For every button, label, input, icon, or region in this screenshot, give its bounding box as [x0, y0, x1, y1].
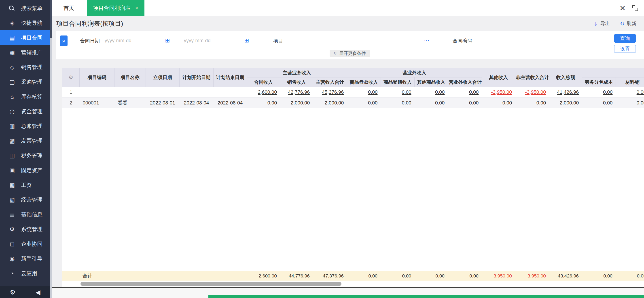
quick-nav-icon: ◈: [8, 20, 16, 26]
search-button[interactable]: 查询: [614, 34, 636, 43]
project-code-cell[interactable]: 000001: [80, 98, 114, 108]
value-cell[interactable]: 0.00: [582, 98, 616, 108]
expand-more-button[interactable]: » 展开更多条件: [330, 50, 370, 57]
value-cell[interactable]: 0.00: [582, 87, 616, 98]
value-link[interactable]: 0.00: [368, 89, 378, 95]
value-cell[interactable]: 0.00: [448, 87, 482, 98]
value-cell[interactable]: 0.00: [414, 87, 448, 98]
value-cell[interactable]: 0.00: [381, 98, 414, 108]
purchase-mgmt-icon: ▢: [8, 79, 16, 86]
value-link[interactable]: 0.00: [469, 100, 479, 106]
sidebar-item-search-menu[interactable]: 搜索菜单: [0, 1, 52, 16]
speaker-icon[interactable]: ◀: [36, 289, 40, 296]
contract-date-end-input[interactable]: [183, 36, 250, 45]
project-code-link[interactable]: 000001: [83, 100, 99, 106]
project-input[interactable]: [287, 36, 430, 45]
value-cell[interactable]: 0.00: [515, 98, 549, 108]
value-cell[interactable]: 0.00: [347, 87, 381, 98]
calendar-icon[interactable]: ⊞: [165, 37, 170, 44]
value-cell[interactable]: 0.00: [616, 87, 644, 98]
value-link[interactable]: 2,600.00: [258, 89, 277, 95]
value-cell[interactable]: 0.00: [448, 98, 482, 108]
date-cell: [146, 87, 180, 98]
value-cell[interactable]: 42,776.96: [280, 87, 313, 98]
value-cell[interactable]: 0.00: [381, 87, 414, 98]
sidebar-item-project-contract[interactable]: ▤项目合同: [0, 30, 52, 45]
sidebar-item-cloud-apps[interactable]: ◔云应用: [0, 266, 52, 281]
value-link[interactable]: 0.00: [402, 89, 412, 95]
sidebar-item-tax-mgmt[interactable]: ◫税务管理: [0, 148, 52, 163]
refresh-button[interactable]: ↻ 刷新: [620, 20, 636, 27]
value-link[interactable]: -3,950.00: [491, 89, 512, 95]
main-content: 首页 项目合同利润表 × × 项目合同利润表(按项目) ↧ 导出 ↻ 刷: [52, 0, 644, 298]
sidebar-item-invoice-mgmt[interactable]: ▨发票管理: [0, 134, 52, 148]
value-link[interactable]: 0.00: [603, 89, 613, 95]
value-link[interactable]: 0.00: [502, 100, 512, 106]
value-link[interactable]: 41,426.96: [557, 89, 579, 95]
sidebar-item-funds-mgmt[interactable]: ◷资金管理: [0, 104, 52, 119]
value-cell[interactable]: 2,000.00: [549, 98, 582, 108]
value-link[interactable]: 0.00: [268, 100, 277, 106]
value-link[interactable]: 0.00: [469, 89, 479, 95]
sidebar-item-fixed-assets[interactable]: ▣固定资产: [0, 163, 52, 178]
sidebar-item-sales-mgmt[interactable]: ◇销售管理: [0, 60, 52, 75]
value-cell[interactable]: 0.00: [247, 98, 280, 108]
horizontal-scrollbar-thumb[interactable]: [80, 282, 342, 286]
value-cell[interactable]: 0.00: [414, 98, 448, 108]
value-cell[interactable]: -3,950.00: [482, 87, 515, 98]
ellipsis-picker-icon[interactable]: ⋯: [424, 37, 430, 43]
value-link[interactable]: 0.00: [402, 100, 412, 106]
sidebar-item-purchase-mgmt[interactable]: ▢采购管理: [0, 75, 52, 89]
tab-project-contract-profit[interactable]: 项目合同利润表 ×: [87, 0, 144, 16]
value-link[interactable]: 2,000.00: [325, 100, 344, 106]
value-link[interactable]: -3,950.00: [525, 89, 546, 95]
value-link[interactable]: 2,000.00: [560, 100, 579, 106]
value-link[interactable]: 0.00: [435, 89, 445, 95]
horizontal-scrollbar[interactable]: [62, 281, 644, 287]
value-cell[interactable]: 0.00: [616, 98, 644, 108]
value-link[interactable]: 2,000.00: [291, 100, 310, 106]
value-cell[interactable]: 0.00: [482, 98, 515, 108]
value-cell[interactable]: 45,376.96: [313, 87, 347, 98]
value-link[interactable]: 0.00: [536, 100, 546, 106]
sidebar-item-business-mgmt[interactable]: ▧经营管理: [0, 192, 52, 207]
value-cell[interactable]: -3,950.00: [515, 87, 549, 98]
value-link[interactable]: 0.00: [636, 89, 644, 95]
gear-icon[interactable]: ⚙: [10, 289, 16, 296]
sidebar-item-inventory-accounting[interactable]: ⌂库存核算: [0, 89, 52, 104]
value-link[interactable]: 0.00: [368, 100, 378, 106]
sidebar-scrollbar-thumb[interactable]: [50, 0, 52, 38]
export-button[interactable]: ↧ 导出: [594, 20, 610, 27]
sidebar-scrollbar[interactable]: [50, 0, 52, 298]
column-settings-icon[interactable]: ⚙: [68, 74, 73, 80]
sidebar-item-enterprise-collab[interactable]: ◻企业协同: [0, 237, 52, 251]
window-close-icon[interactable]: ×: [620, 3, 626, 13]
tab-close-icon[interactable]: ×: [135, 5, 138, 11]
sidebar-item-base-info[interactable]: ≣基础信息: [0, 207, 52, 222]
value-link[interactable]: 0.00: [636, 100, 644, 106]
settings-button[interactable]: 设置: [614, 45, 636, 53]
sidebar-item-system-mgmt[interactable]: ⚙系统管理: [0, 222, 52, 237]
calendar-icon[interactable]: ⊞: [244, 37, 249, 44]
sidebar-item-payroll[interactable]: ▩工资: [0, 178, 52, 192]
sidebar-item-quick-nav[interactable]: ◈快捷导航: [0, 16, 52, 30]
contract-code-start-input[interactable]: [476, 36, 537, 45]
value-link[interactable]: 45,376.96: [322, 89, 344, 95]
value-link[interactable]: 0.00: [603, 100, 613, 106]
value-cell[interactable]: 2,600.00: [247, 87, 280, 98]
value-link[interactable]: 0.00: [435, 100, 445, 106]
collapse-filter-button[interactable]: »: [60, 35, 68, 46]
sidebar-item-marketing[interactable]: ▦营销推广: [0, 45, 52, 60]
value-cell[interactable]: 0.00: [347, 98, 381, 108]
contract-date-start-input[interactable]: [104, 36, 171, 45]
window-fullscreen-icon[interactable]: [632, 5, 638, 11]
contract-code-end-input[interactable]: [549, 36, 609, 45]
sidebar-item-beginner-guide[interactable]: ◉新手引导: [0, 251, 52, 266]
sidebar-item-general-ledger[interactable]: ▥总账管理: [0, 119, 52, 134]
value-cell[interactable]: 41,426.96: [549, 87, 582, 98]
value-cell[interactable]: 2,000.00: [280, 98, 313, 108]
tab-home[interactable]: 首页: [56, 0, 82, 16]
value-cell[interactable]: 2,000.00: [313, 98, 347, 108]
value-link[interactable]: 42,776.96: [288, 89, 310, 95]
filter-buttons: 查询 设置: [614, 34, 636, 53]
